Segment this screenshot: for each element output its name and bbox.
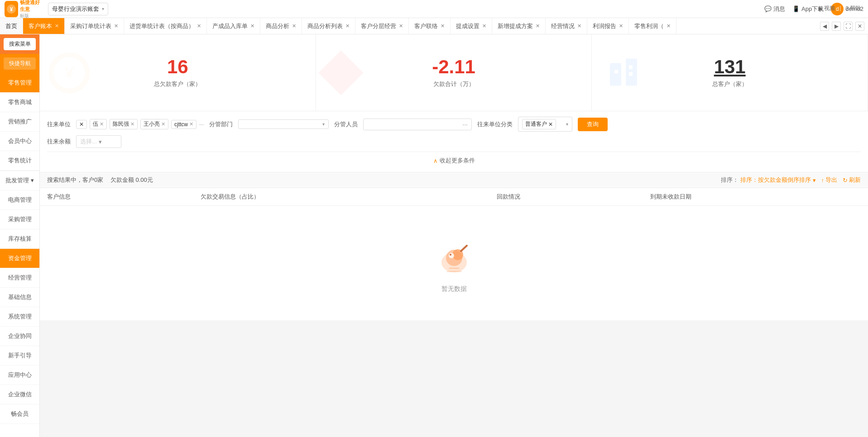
sidebar-item-retail-mall[interactable]: 零售商城 — [0, 93, 39, 112]
close-icon[interactable]: ✕ — [482, 23, 486, 29]
close-icon[interactable]: ✕ — [345, 23, 350, 29]
sidebar-item-system[interactable]: 系统管理 — [0, 307, 39, 327]
tab-purchase-stats[interactable]: 进货单统计表（按商品） ✕ — [124, 18, 207, 34]
tab-scroll-right[interactable]: ▶ — [832, 22, 841, 31]
stat-icon-diamond — [325, 57, 357, 89]
close-icon[interactable]: ✕ — [667, 23, 671, 29]
filter-tag-wang[interactable]: 王小亮 ✕ — [140, 119, 168, 129]
main-layout: 搜索菜单 快捷导航 零售管理 零售商城 营销推广 会员中心 零售统计 批发管理 … — [0, 34, 868, 437]
sidebar-item-retail-management[interactable]: 零售管理 — [0, 73, 39, 93]
collapse-button[interactable]: ∧ 收起更多条件 — [47, 157, 861, 165]
sort-select[interactable]: 排序： 排序：按欠款金额倒序排序 ▾ — [721, 176, 816, 184]
close-icon[interactable]: ✕ — [399, 23, 403, 29]
tenant-selector[interactable]: 母婴行业演示账套 ▾ — [48, 3, 108, 15]
sidebar-item-member[interactable]: 畅会员 — [0, 404, 39, 424]
refresh-button[interactable]: ↻ 刷新 — [843, 176, 861, 184]
stat-total-number[interactable]: 131 — [712, 57, 748, 76]
refresh-icon: ↻ — [843, 177, 848, 184]
close-icon[interactable]: ✕ — [100, 121, 104, 127]
tab-customer-segmentation[interactable]: 客户分层经营 ✕ — [355, 18, 409, 34]
tab-product-analysis-list[interactable]: 商品分析列表 ✕ — [302, 18, 355, 34]
sidebar-item-app-center[interactable]: 应用中心 — [0, 366, 39, 385]
close-icon[interactable]: ✕ — [114, 23, 118, 29]
close-icon[interactable]: ✕ — [55, 23, 59, 29]
unit-label: 往来单位 — [47, 120, 71, 128]
tab-retail-profit[interactable]: 零售利润（ ✕ — [629, 18, 676, 34]
tab-business-status[interactable]: 经营情况 ✕ — [546, 18, 587, 34]
person-select[interactable]: ··· — [363, 119, 472, 130]
table-header-row: 客户信息 欠款交易信息（占比） 回款情况 到期未收款日期 — [40, 188, 868, 206]
sidebar-item-purchase[interactable]: 采购管理 — [0, 210, 39, 229]
stat-debt-label: 欠款合计（万） — [432, 80, 475, 88]
stat-debtors-text: 16 总欠款客户（家） — [154, 57, 201, 88]
close-icon[interactable]: ✕ — [619, 23, 623, 29]
close-icon[interactable]: ✕ — [250, 23, 254, 29]
messages-button[interactable]: 💬 消息 — [764, 5, 785, 13]
filter-area: 往来单位 ✕ 伍 ✕ 陈民强 ✕ — [40, 111, 868, 172]
close-icon[interactable]: ✕ — [536, 23, 540, 29]
sidebar-item-inventory[interactable]: 库存核算 — [0, 229, 39, 249]
results-bar: 搜索结果中，客户0家 欠款金额 0.00元 排序： 排序：按欠款金额倒序排序 ▾… — [40, 172, 868, 188]
sidebar-item-wechat[interactable]: 企业微信 — [0, 385, 39, 404]
tab-commission-settings[interactable]: 提成设置 ✕ — [451, 18, 492, 34]
balance-label: 往来余额 — [47, 138, 71, 146]
tab-product-analysis[interactable]: 商品分析 ✕ — [260, 18, 302, 34]
tab-customer-ledger[interactable]: 客户账本 ✕ — [23, 18, 65, 34]
balance-input[interactable]: 选择... ▾ — [76, 135, 121, 148]
close-icon[interactable]: ✕ — [197, 23, 201, 29]
sidebar-item-ecommerce[interactable]: 电商管理 — [0, 190, 39, 210]
dots-icon: ··· — [462, 121, 468, 128]
unit-tags: ✕ 伍 ✕ 陈民强 ✕ 王小亮 ✕ — [76, 119, 204, 129]
svg-rect-2 — [610, 63, 621, 86]
filter-tag-cjttcw[interactable]: cjttcw ✕ — [171, 120, 197, 129]
tab-purchase-order[interactable]: 采购订单统计表 ✕ — [65, 18, 124, 34]
quick-nav-button[interactable]: 快捷导航 — [4, 57, 36, 70]
sidebar-item-finance[interactable]: 资金管理 — [0, 249, 39, 268]
sidebar-item-enterprise[interactable]: 企业协同 — [0, 327, 39, 346]
tab-close-all[interactable]: ✕ — [855, 22, 864, 31]
export-button[interactable]: ↑ 导出 — [821, 176, 838, 184]
filter-more-button[interactable]: ··· — [199, 121, 204, 128]
tab-add-commission[interactable]: 新增提成方案 ✕ — [492, 18, 546, 34]
filter-tag-unit-all[interactable]: ✕ — [76, 120, 87, 129]
query-button[interactable]: 查询 — [578, 118, 608, 131]
stat-debtors-number: 16 — [154, 57, 201, 76]
sidebar-item-marketing[interactable]: 营销推广 — [0, 112, 39, 132]
unit-type-tag[interactable]: 普通客户 ✕ — [522, 119, 556, 129]
dept-select[interactable]: ▾ — [238, 119, 329, 129]
empty-text: 暂无数据 — [441, 285, 467, 293]
results-actions: 排序： 排序：按欠款金额倒序排序 ▾ ↑ 导出 ↻ 刷新 — [721, 176, 861, 184]
filter-tag-wu[interactable]: 伍 ✕ — [90, 119, 107, 129]
tab-fullscreen[interactable]: ⛶ — [844, 22, 853, 31]
sidebar-item-wholesale[interactable]: 批发管理 ▾ — [0, 171, 39, 190]
tab-finished-goods[interactable]: 产成品入库单 ✕ — [207, 18, 260, 34]
close-icon[interactable]: ✕ — [548, 121, 553, 128]
svg-point-11 — [449, 253, 454, 258]
stat-card-debt-total: -2.11 欠款合计（万） — [316, 34, 592, 111]
sidebar-item-member-center[interactable]: 会员中心 — [0, 132, 39, 151]
svg-text:¥: ¥ — [10, 6, 13, 13]
close-icon[interactable]: ✕ — [189, 121, 193, 127]
sidebar-item-retail-stats[interactable]: 零售统计 — [0, 151, 39, 171]
filter-tag-chen[interactable]: 陈民强 ✕ — [110, 119, 138, 129]
svg-rect-4 — [614, 70, 618, 73]
close-icon[interactable]: ✕ — [577, 23, 581, 29]
tab-customer-contact[interactable]: 客户联络 ✕ — [409, 18, 451, 34]
stat-icon-circle: ¥ — [49, 52, 90, 93]
tab-home[interactable]: 首页 — [0, 18, 23, 34]
sidebar: 搜索菜单 快捷导航 零售管理 零售商城 营销推广 会员中心 零售统计 批发管理 … — [0, 34, 40, 437]
sidebar-item-onboarding[interactable]: 新手引导 — [0, 346, 39, 366]
sidebar-item-operations[interactable]: 经营管理 — [0, 268, 39, 288]
tab-profit-report[interactable]: 利润报告 ✕ — [587, 18, 629, 34]
close-icon[interactable]: ✕ — [441, 23, 445, 29]
search-menu-button[interactable]: 搜索菜单 — [4, 38, 36, 50]
close-icon[interactable]: ✕ — [292, 23, 296, 29]
filter-row-2: 往来余额 选择... ▾ — [47, 135, 861, 148]
unit-type-select[interactable]: 普通客户 ✕ ▾ — [518, 117, 572, 132]
close-icon[interactable]: ✕ — [130, 121, 134, 127]
sidebar-item-basic-info[interactable]: 基础信息 — [0, 288, 39, 307]
svg-rect-6 — [629, 72, 633, 76]
empty-state: 暂无数据 — [40, 206, 868, 320]
tab-scroll-left[interactable]: ◀ — [820, 22, 829, 31]
close-icon[interactable]: ✕ — [161, 121, 165, 127]
